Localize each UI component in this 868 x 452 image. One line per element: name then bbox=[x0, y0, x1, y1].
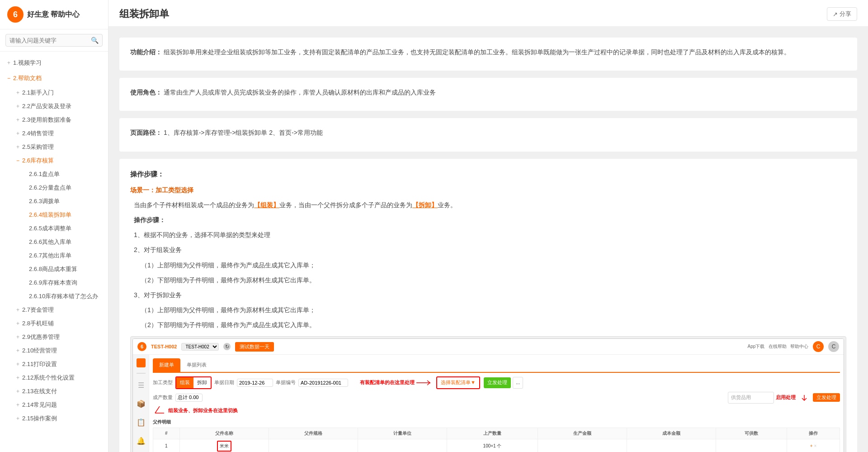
mock-type-disassemble[interactable]: 拆卸 bbox=[193, 377, 211, 388]
sidebar-label-2-6-7: 2.6.7其他出库单 bbox=[29, 252, 71, 260]
mock-icon3: 📦 bbox=[137, 398, 146, 411]
sidebar-item-2-6-8[interactable]: 2.6.8商品成本重算 bbox=[25, 262, 108, 276]
intro-text: 功能介绍： 组装拆卸单用来处理企业组装或拆卸等加工业务，支持有固定装配清单的产品… bbox=[130, 47, 846, 58]
sidebar-item-2-10[interactable]: + 2.10经营管理 bbox=[13, 344, 108, 357]
mock-num-input[interactable] bbox=[175, 394, 203, 402]
mock-th-unit: 计量单位 bbox=[358, 428, 447, 439]
mock-td-avail-val bbox=[716, 439, 787, 452]
step2: 2、对于组装业务 bbox=[130, 244, 846, 256]
mock-delete-icon[interactable]: × bbox=[814, 443, 816, 448]
plus-icon-2-7: + bbox=[16, 307, 19, 313]
sidebar-item-docs[interactable]: − 2.帮助文档 bbox=[0, 71, 108, 86]
mock-th-num: # bbox=[153, 428, 180, 439]
sidebar-item-2-6-10[interactable]: 2.6.10库存账本错了怎么办 bbox=[25, 290, 108, 303]
mock-tab-list[interactable]: 单据列表 bbox=[180, 358, 213, 372]
sidebar-label-2-6: 2.6库存核算 bbox=[22, 157, 54, 165]
mock-refresh-icon: ↻ bbox=[223, 343, 231, 350]
search-box[interactable]: 🔍 bbox=[5, 34, 103, 47]
mock-date-input[interactable] bbox=[237, 379, 273, 387]
steps-title: 操作步骤： bbox=[130, 214, 846, 226]
sidebar-label-2-8: 2.8手机旺铺 bbox=[22, 319, 54, 328]
mock-user-avatar: C bbox=[813, 341, 824, 352]
sidebar-item-2-1[interactable]: + 2.1新手入门 bbox=[13, 86, 108, 100]
mock-td-name: 米米 bbox=[179, 439, 269, 452]
sidebar-item-2-11[interactable]: + 2.11打印设置 bbox=[13, 357, 108, 371]
sidebar-item-2-6-5[interactable]: 2.6.5成本调整单 bbox=[25, 222, 108, 235]
sidebar-label-2-10: 2.10经营管理 bbox=[22, 347, 57, 355]
main-content: 组装拆卸单 ↗ 分享 功能介绍： 组装拆卸单用来处理企业组装或拆卸等加工业务，支… bbox=[108, 0, 868, 452]
mock-td-action: + × bbox=[787, 439, 840, 452]
sidebar-label-2-4: 2.4销售管理 bbox=[22, 129, 54, 138]
sidebar-item-2-2[interactable]: + 2.2产品安装及登录 bbox=[13, 100, 108, 113]
search-input[interactable] bbox=[9, 37, 91, 44]
sidebar-item-2-6-6[interactable]: 2.6.6其他入库单 bbox=[25, 235, 108, 249]
step2-2: （2）下部明细为子件明细，最终作为原材料生成其它出库单。 bbox=[130, 275, 846, 286]
path-text: 页面路径： 1、库存核算->库存管理->组装拆卸单 2、首页->常用功能 bbox=[130, 127, 846, 138]
mock-type-assemble[interactable]: 组装 bbox=[176, 377, 193, 388]
sidebar-label-2-1: 2.1新手入门 bbox=[22, 89, 54, 97]
app-name: 好生意 帮助中心 bbox=[27, 10, 80, 19]
role-body: 通常由生产人员或库管人员完成拆装业务的操作，库管人员确认原材料的出库和产成品的入… bbox=[164, 89, 436, 96]
mock-enable-input: 供货品用 bbox=[728, 392, 774, 404]
annotation1-text: 有装配清单的在这里处理 bbox=[360, 378, 415, 387]
mock-th-prod-amount: 生产金额 bbox=[538, 428, 627, 439]
sidebar-item-2-4[interactable]: + 2.4销售管理 bbox=[13, 127, 108, 140]
sidebar-item-2-8[interactable]: + 2.8手机旺铺 bbox=[13, 317, 108, 330]
mock-enable-btn[interactable]: 立发处理 bbox=[813, 393, 840, 402]
table-row: 1 米米 100+1 个 bbox=[153, 439, 840, 452]
mock-select-assemble-btn[interactable]: 选择装配清单▼ bbox=[436, 376, 480, 389]
sidebar-item-2-6-4[interactable]: 2.6.4组装拆卸单 bbox=[25, 208, 108, 222]
mock-tab-new[interactable]: 新建单 bbox=[153, 358, 180, 372]
mock-more-btn[interactable]: ... bbox=[513, 377, 523, 389]
sidebar-item-2-15[interactable]: + 2.15操作案例 bbox=[13, 412, 108, 425]
plus-icon-2-1: + bbox=[16, 90, 19, 96]
sidebar-label-2-9: 2.9优惠券管理 bbox=[22, 333, 60, 341]
sidebar-item-2-12[interactable]: + 2.12系统个性化设置 bbox=[13, 371, 108, 385]
mock-app-logo: 6 bbox=[137, 342, 146, 351]
sidebar-item-2-6-3[interactable]: 2.6.3调拨单 bbox=[25, 195, 108, 208]
mock-th-available: 可供数 bbox=[716, 428, 787, 439]
sidebar-item-2-6-2[interactable]: 2.6.2分量盘点单 bbox=[25, 181, 108, 195]
plus-icon-2-12: + bbox=[16, 375, 19, 381]
mock-test-data-btn[interactable]: 测试数据一天 bbox=[235, 342, 274, 352]
share-icon: ↗ bbox=[833, 11, 838, 18]
sidebar-item-video[interactable]: + 1.视频学习 bbox=[0, 55, 108, 71]
sidebar-item-2-5[interactable]: + 2.5采购管理 bbox=[13, 140, 108, 154]
sidebar-item-2-6-7[interactable]: 2.6.7其他出库单 bbox=[25, 249, 108, 262]
mock-form-row1: 加工类型 组装 拆卸 单据日期 单据编号 bbox=[153, 376, 840, 389]
mock-num-label: 成产数量 bbox=[153, 393, 173, 402]
plus-icon-2-5: + bbox=[16, 144, 19, 150]
share-button[interactable]: ↗ 分享 bbox=[827, 7, 857, 21]
sidebar-item-2-7[interactable]: + 2.7资金管理 bbox=[13, 303, 108, 317]
mock-affirm-btn[interactable]: 立发处理 bbox=[484, 377, 511, 388]
annotation1-arrow bbox=[416, 379, 434, 386]
sidebar-label-2-6-1: 2.6.1盘点单 bbox=[29, 170, 60, 178]
mock-no-label: 单据编号 bbox=[276, 378, 296, 387]
role-title-label: 使用角色： bbox=[130, 89, 162, 96]
plus-icon-2-14: + bbox=[16, 402, 19, 408]
sidebar-item-2-9[interactable]: + 2.9优惠券管理 bbox=[13, 330, 108, 344]
mock-th-parent-spec: 父件规格 bbox=[269, 428, 358, 439]
mock-sidebar-icons: ☰ 📦 📋 🔔 ⚙ bbox=[133, 355, 149, 452]
search-icon[interactable]: 🔍 bbox=[91, 37, 99, 44]
mock-company-select[interactable]: TEST-H002 bbox=[181, 343, 219, 351]
sidebar-item-2-6[interactable]: − 2.6库存核算 bbox=[13, 154, 108, 167]
mock-icon5: 🔔 bbox=[137, 435, 146, 448]
sidebar-item-2-3[interactable]: + 2.3使用前数据准备 bbox=[13, 113, 108, 127]
role-card: 使用角色： 通常由生产人员或库管人员完成拆装业务的操作，库管人员确认原材料的出库… bbox=[119, 78, 857, 111]
sidebar-label-2-13: 2.13在线支付 bbox=[22, 387, 57, 395]
sidebar-item-2-6-9[interactable]: 2.6.9库存账本查询 bbox=[25, 276, 108, 290]
sidebar-item-2-6-1[interactable]: 2.6.1盘点单 bbox=[25, 167, 108, 181]
step3: 3、对于拆卸业务 bbox=[130, 290, 846, 301]
mock-no-input[interactable] bbox=[298, 379, 348, 387]
sidebar-label-2-3: 2.3使用前数据准备 bbox=[22, 116, 71, 124]
nav-area: + 1.视频学习 − 2.帮助文档 + 2.1新手入门 + 2.2产品安装及登录… bbox=[0, 52, 108, 452]
step1: 1、根据不同的业务，选择不同单据的类型来处理 bbox=[130, 229, 846, 241]
sidebar-item-2-14[interactable]: + 2.14常见问题 bbox=[13, 398, 108, 412]
mock-add-icon[interactable]: + bbox=[810, 443, 813, 448]
mock-user-avatar2: C bbox=[828, 341, 839, 352]
mock-icon1 bbox=[137, 358, 146, 367]
minus-icon: − bbox=[7, 75, 10, 81]
sidebar-item-2-13[interactable]: + 2.13在线支付 bbox=[13, 385, 108, 398]
annotation3-text: 启用处理 bbox=[776, 393, 796, 402]
